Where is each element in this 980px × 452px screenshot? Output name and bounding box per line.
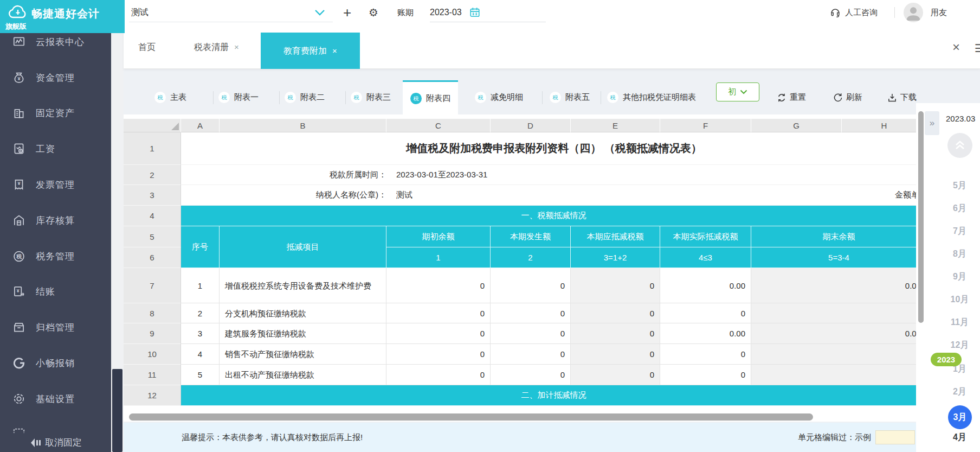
workspace-underline: [129, 22, 333, 22]
sidebar-item-settings[interactable]: 基础设置: [0, 387, 111, 411]
cell-value[interactable]: 0: [491, 303, 571, 323]
sidebar-item-cloud-reports[interactable]: 云报表中心: [0, 30, 111, 54]
cell-seq: 2: [181, 303, 220, 323]
sidebar-item-expense[interactable]: 小畅报销: [0, 351, 111, 375]
header-current-amount: 本期发生额: [491, 226, 571, 247]
table-row: 4 一、税额抵减情况: [124, 206, 916, 226]
cell-value[interactable]: 0: [491, 323, 571, 344]
cell-value[interactable]: 0: [660, 303, 751, 323]
person-icon: [904, 3, 923, 22]
sheet-tab-other-deduction[interactable]: 税 其他扣税凭证明细表: [607, 80, 696, 114]
cell-value[interactable]: 0: [491, 344, 571, 365]
cell-value[interactable]: 0: [386, 303, 491, 323]
period-underline: [430, 22, 546, 22]
reset-button[interactable]: 重置: [777, 80, 806, 114]
month-item-current[interactable]: 4月: [939, 429, 980, 445]
tab-divider: [601, 91, 601, 104]
cell-seq: 3: [181, 323, 220, 344]
support-button[interactable]: 人工咨询: [829, 0, 878, 25]
cell-value[interactable]: 0: [660, 365, 751, 385]
month-item[interactable]: 9月: [939, 269, 980, 285]
avatar[interactable]: [904, 3, 923, 22]
g-logo-icon: [12, 356, 26, 370]
tax-period-value: 2023-03-01至2023-03-31: [396, 165, 487, 184]
cell-value-readonly: 0: [571, 365, 660, 385]
horizontal-scrollbar[interactable]: [129, 413, 813, 421]
sheet-tab-main[interactable]: 税 主表: [154, 80, 186, 114]
cell-value[interactable]: 0: [386, 268, 491, 303]
sheet-tab-reduction-detail[interactable]: 税 减免明细: [475, 80, 523, 114]
download-button[interactable]: 下载: [887, 80, 917, 114]
calendar-icon[interactable]: [469, 7, 480, 18]
sidebar-item-archive[interactable]: 归档管理: [0, 315, 111, 339]
month-item-active[interactable]: 3月: [948, 405, 972, 429]
vertical-scrollbar[interactable]: [918, 111, 924, 323]
month-item[interactable]: 2月: [939, 384, 980, 400]
chevron-down-icon[interactable]: [314, 9, 325, 16]
refresh-button[interactable]: 刷新: [833, 80, 862, 114]
year-badge: 2023: [931, 353, 962, 366]
tax-doc-icon: 税: [550, 92, 561, 103]
column-header: D: [491, 119, 571, 132]
cell-item: 建筑服务预征缴纳税款: [220, 323, 386, 344]
sidebar-scrollbar-track[interactable]: [111, 33, 124, 452]
row-number: 9: [124, 323, 181, 344]
cell-value[interactable]: 0.00: [660, 323, 751, 344]
cell-value[interactable]: 0.00: [660, 268, 751, 303]
closing-book-icon: ¥: [12, 284, 26, 298]
sheet-tab-schedule5[interactable]: 税 附表五: [550, 80, 590, 114]
tab-home[interactable]: 首页: [138, 25, 156, 69]
sidebar-item-funds[interactable]: ¥ 资金管理: [0, 66, 111, 90]
cell-value[interactable]: 0: [386, 365, 491, 385]
sidebar-scrollbar-thumb[interactable]: [112, 369, 122, 452]
cell-value[interactable]: 0: [491, 268, 571, 303]
gear-icon[interactable]: ⚙: [369, 0, 378, 25]
period-init-dropdown[interactable]: 初: [716, 82, 759, 101]
month-item[interactable]: 12月: [939, 337, 980, 353]
tab-divider: [345, 91, 346, 104]
cell-value-readonly: 0: [751, 303, 916, 323]
close-tab-icon[interactable]: ×: [234, 42, 239, 52]
row-number: 11: [124, 365, 181, 385]
reset-icon: [777, 93, 786, 103]
cell-value[interactable]: 0: [386, 344, 491, 365]
sheet-tab-schedule2[interactable]: 税 附表二: [285, 80, 325, 114]
table-row: 9 3 建筑服务预征缴纳税款 0 0 0 0.00 0.00: [124, 323, 916, 344]
month-item[interactable]: 10月: [939, 291, 980, 308]
sheet-tab-schedule3[interactable]: 税 附表三: [351, 80, 391, 114]
tab-menu-icon[interactable]: ☰: [975, 42, 980, 55]
tab-tax-register[interactable]: 税表清册×: [194, 25, 239, 69]
download-icon: [887, 93, 897, 103]
close-tab-icon[interactable]: ×: [332, 46, 337, 55]
month-item[interactable]: 5月: [939, 177, 980, 194]
expand-panel-button[interactable]: »: [925, 111, 939, 135]
sidebar-item-payroll[interactable]: 工资: [0, 137, 111, 161]
sheet-tab-schedule4-active[interactable]: 税 附表四: [403, 80, 458, 114]
sidebar-item-invoices[interactable]: ¥ 发票管理: [0, 173, 111, 196]
month-item[interactable]: 8月: [939, 246, 980, 262]
sidebar-item-closing[interactable]: ¥ 结账: [0, 279, 111, 303]
add-button[interactable]: +: [343, 0, 351, 25]
tab-divider: [279, 91, 280, 104]
edited-cell-label: 单元格编辑过：: [798, 432, 855, 443]
month-item[interactable]: 6月: [939, 200, 980, 217]
month-item[interactable]: 11月: [939, 314, 980, 330]
table-row: 11 5 出租不动产预征缴纳税款 0 0 0 0 0: [124, 365, 916, 385]
panel-period-label: 2023.03: [946, 114, 975, 123]
sidebar-item-fixed-assets[interactable]: 固定资产: [0, 101, 111, 125]
close-panel-icon[interactable]: ×: [952, 41, 960, 54]
username[interactable]: 用友: [931, 0, 947, 25]
svg-text:¥: ¥: [17, 76, 21, 81]
sidebar-item-inventory[interactable]: 库存核算: [0, 208, 111, 232]
header-opening-balance: 期初余额: [386, 226, 491, 247]
unpin-sidebar-button[interactable]: 取消固定: [0, 433, 111, 452]
select-all-corner: [124, 119, 181, 132]
cell-value[interactable]: 0: [660, 344, 751, 365]
cell-value[interactable]: 0: [386, 323, 491, 344]
month-item[interactable]: 7月: [939, 223, 980, 239]
tab-education-surcharge-active[interactable]: 教育费附加×: [261, 33, 360, 69]
sheet-tab-schedule1[interactable]: 税 附表一: [218, 80, 259, 114]
scroll-months-up-button[interactable]: [947, 133, 972, 158]
sidebar-item-tax[interactable]: 税 税务管理: [0, 244, 111, 268]
cell-value[interactable]: 0: [491, 365, 571, 385]
